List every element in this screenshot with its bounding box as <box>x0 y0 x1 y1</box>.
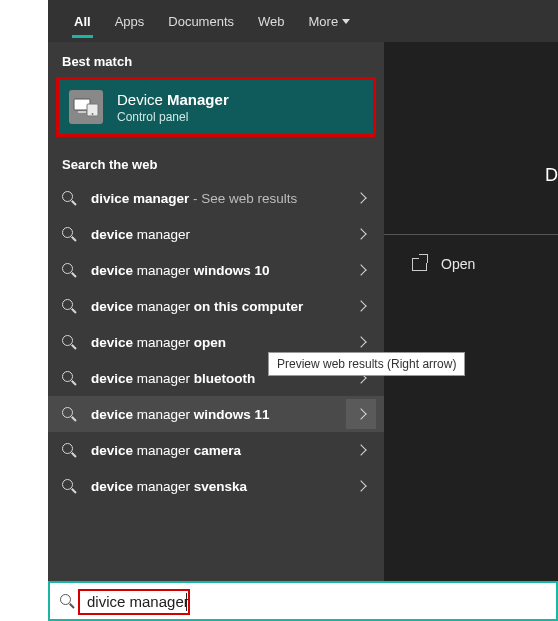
web-results-list: divice manager - See web resultsdevice m… <box>48 180 384 504</box>
search-icon <box>62 299 77 314</box>
web-result-row[interactable]: divice manager - See web results <box>48 180 384 216</box>
preview-tooltip: Preview web results (Right arrow) <box>268 352 465 376</box>
chevron-right-icon <box>355 480 366 491</box>
window-left-margin <box>0 0 48 621</box>
search-bar[interactable] <box>48 581 558 621</box>
expand-button[interactable] <box>346 471 376 501</box>
web-result-label: device manager windows 10 <box>91 263 332 278</box>
open-icon <box>412 258 427 271</box>
results-column: Best match Device Manager Control panel … <box>48 42 384 581</box>
detail-separator <box>384 234 558 235</box>
search-icon <box>62 371 77 386</box>
tab-more[interactable]: More <box>297 0 363 42</box>
best-match-text: Device Manager Control panel <box>117 91 229 124</box>
svg-point-3 <box>92 113 94 115</box>
web-result-row[interactable]: device manager <box>48 216 384 252</box>
search-icon <box>62 479 77 494</box>
web-result-row[interactable]: device manager on this computer <box>48 288 384 324</box>
best-match-subtitle: Control panel <box>117 110 229 124</box>
svg-rect-1 <box>78 111 86 113</box>
expand-button[interactable] <box>346 291 376 321</box>
title-bold: Manager <box>167 91 229 108</box>
expand-button[interactable] <box>346 399 376 429</box>
expand-button[interactable] <box>346 183 376 213</box>
search-icon <box>60 594 75 609</box>
web-result-label: device manager svenska <box>91 479 332 494</box>
search-icon <box>62 191 77 206</box>
expand-button[interactable] <box>346 435 376 465</box>
open-action[interactable]: Open <box>412 256 475 272</box>
web-result-row[interactable]: device manager windows 10 <box>48 252 384 288</box>
chevron-right-icon <box>355 444 366 455</box>
open-label: Open <box>441 256 475 272</box>
chevron-right-icon <box>355 300 366 311</box>
search-input[interactable] <box>87 593 546 610</box>
web-result-label: device manager <box>91 227 332 242</box>
chevron-right-icon <box>355 408 366 419</box>
web-result-row[interactable]: device manager svenska <box>48 468 384 504</box>
tab-more-label: More <box>309 14 339 29</box>
search-panel: All Apps Documents Web More Best match D… <box>48 0 558 581</box>
detail-title-cut: D <box>545 165 558 186</box>
web-result-label: device manager camera <box>91 443 332 458</box>
chevron-right-icon <box>355 264 366 275</box>
tab-all[interactable]: All <box>62 0 103 42</box>
text-caret <box>186 593 187 611</box>
search-icon <box>62 263 77 278</box>
best-match-title: Device Manager <box>117 91 229 108</box>
best-match-result[interactable]: Device Manager Control panel <box>56 77 376 137</box>
web-result-label: device manager open <box>91 335 332 350</box>
filter-tabs: All Apps Documents Web More <box>48 0 558 42</box>
tab-web[interactable]: Web <box>246 0 297 42</box>
chevron-right-icon <box>355 228 366 239</box>
web-result-label: device manager on this computer <box>91 299 332 314</box>
expand-button[interactable] <box>346 255 376 285</box>
caret-down-icon <box>342 19 350 24</box>
expand-button[interactable] <box>346 219 376 249</box>
chevron-right-icon <box>355 192 366 203</box>
tab-documents[interactable]: Documents <box>156 0 246 42</box>
chevron-right-icon <box>355 336 366 347</box>
web-result-row[interactable]: device manager windows 11 <box>48 396 384 432</box>
search-icon <box>62 443 77 458</box>
detail-pane: D Open <box>384 42 558 581</box>
search-icon <box>62 227 77 242</box>
best-match-heading: Best match <box>48 42 384 77</box>
device-manager-icon <box>69 90 103 124</box>
tab-apps[interactable]: Apps <box>103 0 157 42</box>
search-icon <box>62 407 77 422</box>
web-result-row[interactable]: device manager camera <box>48 432 384 468</box>
search-icon <box>62 335 77 350</box>
web-result-label: divice manager - See web results <box>91 191 332 206</box>
title-prefix: Device <box>117 91 167 108</box>
web-result-label: device manager windows 11 <box>91 407 332 422</box>
search-web-heading: Search the web <box>48 145 384 180</box>
